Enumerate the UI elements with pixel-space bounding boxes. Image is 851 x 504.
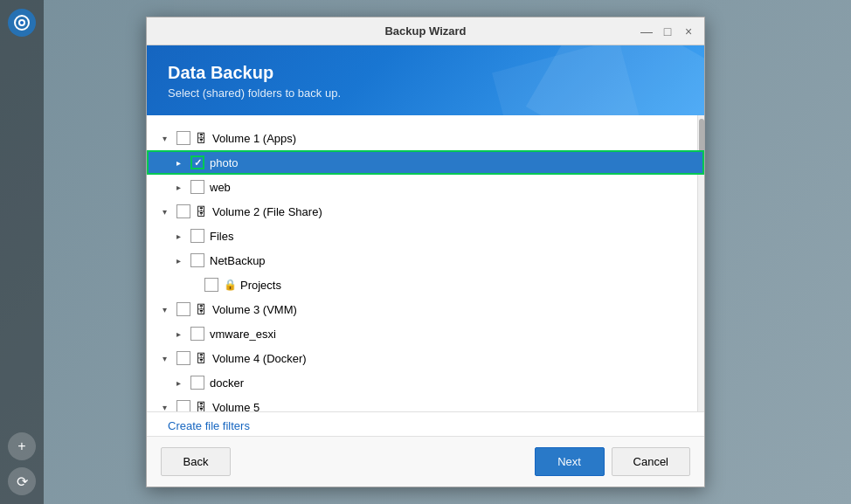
filter-link-row: Create file filters xyxy=(147,412,704,436)
checkbox-vol2[interactable] xyxy=(176,204,190,218)
tree-item-photo[interactable]: photo ← xyxy=(147,150,704,175)
volume-icon-4: 🗄 xyxy=(196,352,207,365)
expand-files[interactable] xyxy=(171,229,185,243)
modal-titlebar: Backup Wizard — □ × xyxy=(147,17,704,45)
expand-docker[interactable] xyxy=(171,376,185,390)
tree-item-vol4[interactable]: 🗄 Volume 4 (Docker) xyxy=(147,346,704,370)
backup-wizard-modal: Backup Wizard — □ × Data Backup Select (… xyxy=(146,17,705,487)
checkbox-docker[interactable] xyxy=(190,376,204,390)
expand-photo[interactable] xyxy=(171,155,185,169)
tree-item-vol2[interactable]: 🗄 Volume 2 (File Share) xyxy=(147,199,704,224)
header-title: Data Backup xyxy=(168,63,683,83)
label-web: web xyxy=(210,181,231,194)
checkbox-projects[interactable] xyxy=(204,278,218,292)
folder-tree-container[interactable]: 🗄 Volume 1 (Apps) photo ← web xyxy=(147,115,704,412)
add-button[interactable]: + xyxy=(8,432,36,460)
expand-vol1[interactable] xyxy=(157,131,171,145)
modal-header: Data Backup Select (shared) folders to b… xyxy=(147,45,704,115)
checkbox-files[interactable] xyxy=(190,229,204,243)
tree-item-files[interactable]: Files xyxy=(147,224,704,248)
checkbox-vol3[interactable] xyxy=(176,302,190,316)
modal-footer: Back Next Cancel xyxy=(147,436,704,487)
volume-icon-3: 🗄 xyxy=(196,303,207,316)
expand-web[interactable] xyxy=(171,180,185,194)
label-vol1: Volume 1 (Apps) xyxy=(212,132,296,145)
desktop: + ⟳ Backup Wizard — □ × Data Backup Sele… xyxy=(0,0,851,504)
cancel-button[interactable]: Cancel xyxy=(612,447,690,476)
label-netbackup: NetBackup xyxy=(210,254,266,267)
expand-netbackup[interactable] xyxy=(171,253,185,267)
tree-item-vmware[interactable]: vmware_esxi xyxy=(147,321,704,346)
expand-vol2[interactable] xyxy=(157,204,171,218)
expand-vmware[interactable] xyxy=(171,327,185,341)
checkbox-vol1[interactable] xyxy=(176,131,190,145)
label-projects: Projects xyxy=(240,279,281,292)
maximize-button[interactable]: □ xyxy=(659,23,676,40)
taskbar: + ⟳ xyxy=(0,0,44,504)
expand-vol5[interactable] xyxy=(157,400,171,412)
label-photo: photo xyxy=(210,156,239,169)
label-vmware: vmware_esxi xyxy=(210,328,276,341)
back-button[interactable]: Back xyxy=(161,447,231,476)
svg-point-2 xyxy=(20,21,24,24)
label-docker: docker xyxy=(210,376,244,390)
checkbox-web[interactable] xyxy=(190,180,204,194)
checkbox-netbackup[interactable] xyxy=(190,253,204,267)
expand-vol4[interactable] xyxy=(157,351,171,365)
header-subtitle: Select (shared) folders to back up. xyxy=(168,86,683,100)
modal-title: Backup Wizard xyxy=(384,24,466,38)
checkbox-photo[interactable] xyxy=(190,155,204,169)
tree-item-netbackup[interactable]: NetBackup xyxy=(147,248,704,273)
app-icon xyxy=(8,9,36,37)
label-vol5: Volume 5 xyxy=(212,401,259,413)
footer-right-buttons: Next Cancel xyxy=(535,447,690,476)
volume-icon-5: 🗄 xyxy=(196,401,207,413)
create-filter-link[interactable]: Create file filters xyxy=(168,419,250,432)
tree-item-vol1[interactable]: 🗄 Volume 1 (Apps) xyxy=(147,126,704,150)
close-button[interactable]: × xyxy=(680,23,697,40)
checkbox-vol4[interactable] xyxy=(176,351,190,365)
volume-icon-1: 🗄 xyxy=(196,132,207,145)
tree-item-projects[interactable]: 🔒 Projects xyxy=(147,273,704,297)
titlebar-controls: — □ × xyxy=(638,23,697,40)
history-button[interactable]: ⟳ xyxy=(8,467,36,495)
label-files: Files xyxy=(210,230,233,243)
label-vol3: Volume 3 (VMM) xyxy=(212,303,297,316)
minimize-button[interactable]: — xyxy=(638,23,655,40)
tree-item-vol3[interactable]: 🗄 Volume 3 (VMM) xyxy=(147,297,704,321)
tree-item-docker[interactable]: docker xyxy=(147,370,704,395)
checkbox-vol5[interactable] xyxy=(176,400,190,412)
checkbox-vmware[interactable] xyxy=(190,327,204,341)
lock-icon: 🔒 xyxy=(224,279,237,291)
label-vol2: Volume 2 (File Share) xyxy=(212,205,322,218)
tree-item-vol5[interactable]: 🗄 Volume 5 xyxy=(147,395,704,412)
next-button[interactable]: Next xyxy=(535,447,605,476)
expand-vol3[interactable] xyxy=(157,302,171,316)
label-vol4: Volume 4 (Docker) xyxy=(212,352,307,365)
volume-icon-2: 🗄 xyxy=(196,205,207,218)
tree-item-web[interactable]: web xyxy=(147,175,704,199)
